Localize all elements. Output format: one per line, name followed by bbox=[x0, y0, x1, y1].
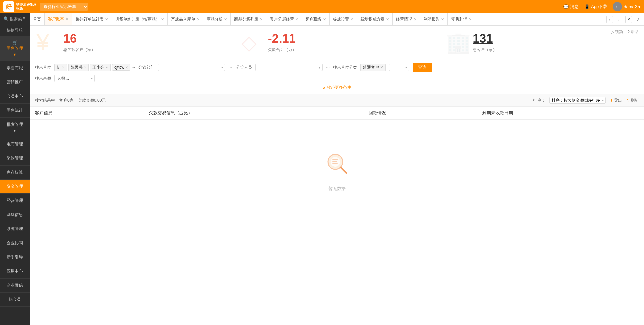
sidebar-item-wechat[interactable]: 企业微信 bbox=[0, 279, 30, 293]
sidebar-item-marketing[interactable]: 营销推广 bbox=[0, 75, 30, 89]
category-select[interactable] bbox=[389, 64, 409, 71]
content-area: 首页 客户账本 ✕ 采购订单统计表 ✕ 进货单统计表（按商品） ✕ 产成品入库单… bbox=[30, 13, 644, 325]
sidebar-quick-nav[interactable]: 快捷导航 bbox=[0, 25, 30, 36]
sidebar-item-finance[interactable]: 资金管理 bbox=[0, 180, 30, 194]
tab-customer-contact[interactable]: 客户联络 ✕ bbox=[302, 13, 330, 26]
sidebar-item-app-center[interactable]: 应用中心 bbox=[0, 264, 30, 279]
filter-tag-3: cjttcw ✕ bbox=[112, 64, 130, 71]
tab-maximize-btn[interactable]: ⤢ bbox=[635, 16, 641, 23]
tab-new-commission[interactable]: 新增提成方案 ✕ bbox=[357, 13, 393, 26]
sidebar-item-purchase[interactable]: 采购管理 bbox=[0, 151, 30, 166]
tab-prev-btn[interactable]: ‹ bbox=[606, 16, 613, 23]
sidebar-item-wholesale[interactable]: 批发管理 ▾ bbox=[0, 118, 30, 137]
tab-product-storage[interactable]: 产成品入库单 ✕ bbox=[168, 13, 203, 26]
app-download-btn[interactable]: 📱 App下载 bbox=[584, 4, 607, 10]
results-summary: 搜索结果中，客户0家 欠款金额0.00元 bbox=[35, 98, 106, 103]
remove-tag-3[interactable]: ✕ bbox=[125, 66, 128, 69]
close-icon[interactable]: ✕ bbox=[66, 17, 69, 21]
close-icon[interactable]: ✕ bbox=[295, 17, 298, 22]
close-icon[interactable]: ✕ bbox=[260, 17, 263, 22]
sidebar-item-retail-mgmt[interactable]: 🛒 零售管理 ▾ bbox=[0, 36, 30, 61]
person-filter-more[interactable]: ··· bbox=[326, 65, 330, 70]
close-icon[interactable]: ✕ bbox=[197, 17, 200, 22]
close-icon[interactable]: ✕ bbox=[161, 17, 164, 22]
sidebar-item-guide[interactable]: 新手引导 bbox=[0, 250, 30, 264]
remove-tag-0[interactable]: ✕ bbox=[62, 66, 65, 69]
sidebar-item-operations[interactable]: 经营管理 bbox=[0, 194, 30, 208]
remove-tag-1[interactable]: ✕ bbox=[84, 66, 86, 69]
category-select-wrap[interactable] bbox=[389, 64, 409, 71]
col-debt-info: 欠款交易信息（占比） bbox=[143, 107, 363, 120]
export-btn[interactable]: ⬇ 导出 bbox=[610, 98, 622, 103]
tab-close-all-btn[interactable]: ✕ bbox=[625, 16, 632, 23]
tab-goods-analysis[interactable]: 商品分析 ✕ bbox=[203, 13, 231, 26]
dept-input[interactable] bbox=[158, 64, 225, 71]
tab-retail-profit[interactable]: 零售利润 ✕ bbox=[448, 13, 475, 26]
collapse-btn[interactable]: ∧ 收起更多条件 bbox=[323, 85, 351, 91]
tab-goods-analysis-list[interactable]: 商品分析列表 ✕ bbox=[231, 13, 266, 26]
sidebar-item-basic-info[interactable]: 基础信息 bbox=[0, 208, 30, 222]
tab-customer-layer[interactable]: 客户分层经营 ✕ bbox=[266, 13, 302, 26]
collapse-wrap: ∧ 收起更多条件 bbox=[35, 85, 639, 91]
remove-cat-tag-0[interactable]: ✕ bbox=[380, 65, 383, 70]
top-right: 💬 消息 📱 App下载 d demo2 ▾ bbox=[563, 2, 641, 11]
close-icon[interactable]: ✕ bbox=[386, 17, 389, 22]
app-wrapper: 好 畅捷通好生意 标版 母婴行业演示帐套 💬 消息 📱 App下载 d demo… bbox=[0, 0, 644, 325]
video-help-btn[interactable]: ▷ 视频 bbox=[611, 29, 623, 35]
close-icon[interactable]: ✕ bbox=[323, 17, 326, 22]
close-icon[interactable]: ✕ bbox=[224, 17, 227, 22]
empty-state: 暂无数据 bbox=[35, 123, 639, 219]
tab-operations[interactable]: 经营情况 ✕ bbox=[393, 13, 420, 26]
tab-goods-stats[interactable]: 进货单统计表（按商品） ✕ bbox=[112, 13, 168, 26]
messages-btn[interactable]: 💬 消息 bbox=[563, 4, 579, 10]
stat-value-total: 131 bbox=[473, 32, 497, 46]
close-icon[interactable]: ✕ bbox=[350, 17, 353, 22]
sidebar-item-ecommerce[interactable]: 电商管理 bbox=[0, 137, 30, 151]
user-area[interactable]: d demo2 ▾ bbox=[613, 2, 641, 11]
message-icon: 💬 bbox=[563, 4, 569, 9]
close-icon[interactable]: ✕ bbox=[469, 17, 472, 22]
stat-label-customers: 总欠款客户（家） bbox=[63, 47, 95, 53]
results-right: 排序： 排序：按欠款金额倒序排序 ⬇ 导出 ↻ 刷新 bbox=[533, 97, 639, 104]
stat-total-debt: ◇ -2.11 欠款合计（万） bbox=[234, 26, 439, 59]
filter-tags: 伍 ✕ 陈民强 ✕ 王小亮 ✕ bbox=[54, 64, 135, 71]
page-content: ¥ 16 总欠款客户（家） ◇ -2.11 欠款合计（万） bbox=[30, 26, 644, 325]
close-icon[interactable]: ✕ bbox=[441, 17, 444, 22]
tab-purchase-order[interactable]: 采购订单统计表 ✕ bbox=[72, 13, 112, 26]
person-input[interactable] bbox=[255, 64, 323, 71]
balance-select[interactable]: 选择... bbox=[54, 75, 95, 82]
help-btn[interactable]: ? 帮助 bbox=[627, 29, 639, 35]
person-filter-label: 分管人员 bbox=[236, 65, 252, 70]
close-icon[interactable]: ✕ bbox=[414, 17, 417, 22]
sidebar-item-inventory[interactable]: 库存核算 bbox=[0, 166, 30, 180]
search-icon: 🔍 bbox=[4, 16, 9, 21]
col-customer-info: 客户信息 bbox=[30, 107, 143, 120]
close-icon[interactable]: ✕ bbox=[105, 17, 108, 22]
sidebar-search[interactable]: 🔍 搜索菜单 bbox=[0, 13, 30, 25]
tab-profit-report[interactable]: 利润报告 ✕ bbox=[420, 13, 448, 26]
refresh-btn[interactable]: ↻ 刷新 bbox=[626, 98, 639, 103]
store-selector[interactable]: 母婴行业演示帐套 bbox=[40, 3, 88, 11]
tab-next-btn[interactable]: › bbox=[616, 16, 622, 23]
tab-customer-account[interactable]: 客户账本 ✕ bbox=[45, 13, 72, 26]
sidebar-item-retail-stats[interactable]: 零售统计 bbox=[0, 104, 30, 118]
sidebar-item-system[interactable]: 系统管理 bbox=[0, 222, 30, 236]
results-bar: 搜索结果中，客户0家 欠款金额0.00元 排序： 排序：按欠款金额倒序排序 ⬇ bbox=[30, 94, 644, 107]
filter-tag-0: 伍 ✕ bbox=[54, 64, 67, 71]
filter-tag-1: 陈民强 ✕ bbox=[68, 64, 89, 71]
dept-filter-more[interactable]: ··· bbox=[228, 65, 232, 70]
tab-commission-settings[interactable]: 提成设置 ✕ bbox=[330, 13, 357, 26]
unit-filter-label: 往来单位 bbox=[35, 65, 51, 70]
sidebar-item-enterprise[interactable]: 企业协同 bbox=[0, 236, 30, 250]
svg-rect-4 bbox=[332, 161, 337, 162]
main-area: 🔍 搜索菜单 快捷导航 🛒 零售管理 ▾ 零售商城 营销推广 会员中心 零售统计 bbox=[0, 13, 644, 325]
sort-label: 排序： bbox=[533, 98, 545, 103]
sidebar-item-member[interactable]: 会员中心 bbox=[0, 89, 30, 104]
sidebar-item-vip[interactable]: 畅会员 bbox=[0, 293, 30, 307]
remove-tag-2[interactable]: ✕ bbox=[105, 66, 108, 69]
filter-more-btn[interactable]: ··· bbox=[132, 65, 135, 70]
query-button[interactable]: 查询 bbox=[413, 63, 432, 72]
tab-home[interactable]: 首页 bbox=[30, 13, 45, 26]
sidebar-item-retail-mall[interactable]: 零售商城 bbox=[0, 61, 30, 75]
sort-select[interactable]: 排序：按欠款金额倒序排序 bbox=[549, 97, 606, 104]
